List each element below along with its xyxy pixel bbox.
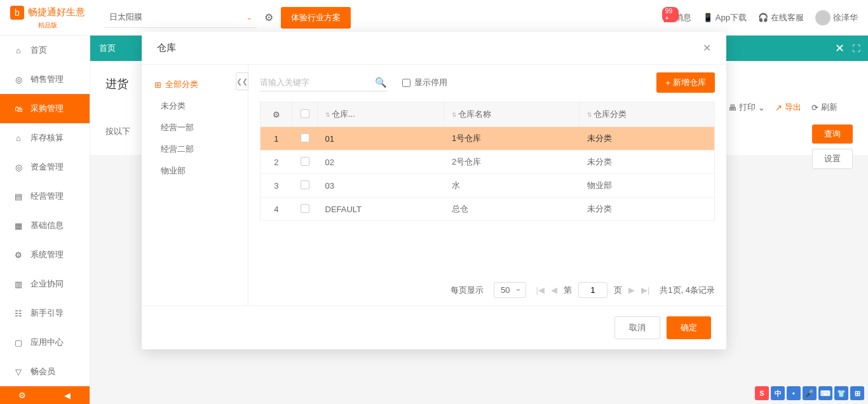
- column-checkbox: [292, 102, 318, 127]
- column-category[interactable]: ⇅仓库分类: [580, 102, 715, 127]
- warehouse-modal: 仓库 ✕ ❮❮ ⊞ 全部分类 未分类 经营一部 经营二部 物业部: [142, 32, 726, 349]
- table-row[interactable]: 4DEFAULT总仓未分类: [261, 198, 715, 221]
- column-settings[interactable]: ⚙: [261, 102, 292, 127]
- row-name: 总仓: [444, 198, 580, 221]
- row-name: 水: [444, 174, 580, 198]
- modal-footer: 取消 确定: [142, 306, 726, 349]
- select-all-checkbox[interactable]: [301, 109, 309, 118]
- close-icon[interactable]: ✕: [703, 42, 711, 54]
- row-index: 3: [261, 174, 292, 198]
- row-index: 1: [261, 127, 292, 151]
- show-disabled-toggle[interactable]: 显示停用: [402, 77, 447, 88]
- row-category: 未分类: [580, 151, 715, 174]
- search-icon[interactable]: 🔍: [375, 77, 387, 88]
- category-panel: ❮❮ ⊞ 全部分类 未分类 经营一部 经营二部 物业部: [142, 65, 248, 306]
- row-checkbox[interactable]: [301, 157, 309, 166]
- row-check-cell: [292, 174, 318, 198]
- page-input[interactable]: [578, 282, 607, 298]
- row-index: 2: [261, 151, 292, 174]
- row-name: 2号仓库: [444, 151, 580, 174]
- page-nav: |◀ ◀ 第 页 ▶ ▶|: [536, 282, 650, 298]
- row-category: 未分类: [580, 198, 715, 221]
- add-warehouse-button[interactable]: + 新增仓库: [656, 72, 715, 93]
- per-page-select[interactable]: 50: [494, 282, 526, 298]
- warehouse-table: ⚙ ⇅仓库... ⇅仓库名称 ⇅仓库分类 1011号仓库未分类2022号仓库未分…: [260, 102, 715, 221]
- show-disabled-checkbox[interactable]: [402, 79, 410, 87]
- row-name: 1号仓库: [444, 127, 580, 151]
- row-check-cell: [292, 198, 318, 221]
- cancel-button[interactable]: 取消: [614, 316, 660, 339]
- search-row: 🔍 显示停用 + 新增仓库: [260, 72, 715, 93]
- category-item[interactable]: 经营一部: [142, 117, 248, 138]
- row-code: 03: [318, 174, 444, 198]
- row-code: 01: [318, 127, 444, 151]
- ime-skin-icon[interactable]: 👕: [834, 386, 848, 400]
- ime-punct-icon[interactable]: •: [787, 386, 801, 400]
- ime-keyboard-icon[interactable]: ⌨: [818, 386, 832, 400]
- plus-icon: +: [665, 78, 670, 88]
- row-check-cell: [292, 127, 318, 151]
- category-all[interactable]: ⊞ 全部分类: [142, 74, 248, 95]
- modal-body: ❮❮ ⊞ 全部分类 未分类 经营一部 经营二部 物业部 🔍: [142, 64, 726, 306]
- ime-toolbar: S 中 • 🎤 ⌨ 👕 ⊞: [755, 386, 864, 400]
- first-page-icon[interactable]: |◀: [536, 285, 545, 295]
- row-checkbox[interactable]: [301, 180, 309, 189]
- row-code: 02: [318, 151, 444, 174]
- table-row[interactable]: 2022号仓库未分类: [261, 151, 715, 174]
- grid-icon: ⊞: [154, 80, 161, 90]
- row-checkbox[interactable]: [301, 133, 309, 142]
- category-item[interactable]: 经营二部: [142, 138, 248, 160]
- table-panel: 🔍 显示停用 + 新增仓库 ⚙: [248, 65, 726, 306]
- row-code: DEFAULT: [318, 198, 444, 221]
- row-check-cell: [292, 151, 318, 174]
- ime-lang-icon[interactable]: 中: [771, 386, 785, 400]
- pagination: 每页显示 50 |◀ ◀ 第 页 ▶ ▶| 共1页, 4条记录: [260, 272, 715, 298]
- ime-sogou-icon[interactable]: S: [755, 386, 769, 400]
- category-item[interactable]: 物业部: [142, 160, 248, 182]
- last-page-icon[interactable]: ▶|: [641, 285, 649, 295]
- ime-mic-icon[interactable]: 🎤: [803, 386, 817, 400]
- modal-overlay: 仓库 ✕ ❮❮ ⊞ 全部分类 未分类 经营一部 经营二部 物业部: [0, 0, 868, 404]
- page-summary: 共1页, 4条记录: [660, 285, 715, 296]
- column-name[interactable]: ⇅仓库名称: [444, 102, 580, 127]
- row-category: 未分类: [580, 127, 715, 151]
- column-code[interactable]: ⇅仓库...: [318, 102, 444, 127]
- collapse-handle[interactable]: ❮❮: [236, 72, 248, 90]
- modal-title: 仓库: [157, 42, 176, 54]
- table-row[interactable]: 1011号仓库未分类: [261, 127, 715, 151]
- search-input[interactable]: [260, 77, 375, 87]
- ime-menu-icon[interactable]: ⊞: [850, 386, 864, 400]
- row-category: 物业部: [580, 174, 715, 198]
- next-page-icon[interactable]: ▶: [628, 285, 635, 295]
- modal-header: 仓库 ✕: [142, 32, 726, 64]
- category-item[interactable]: 未分类: [142, 95, 248, 117]
- search-box: 🔍: [260, 74, 387, 91]
- confirm-button[interactable]: 确定: [667, 316, 711, 339]
- per-page-label: 每页显示: [451, 285, 484, 296]
- page-suffix: 页: [614, 285, 622, 296]
- table-row[interactable]: 303水物业部: [261, 174, 715, 198]
- row-index: 4: [261, 198, 292, 221]
- prev-page-icon[interactable]: ◀: [551, 285, 557, 295]
- page-prefix: 第: [564, 285, 572, 296]
- row-checkbox[interactable]: [301, 204, 309, 213]
